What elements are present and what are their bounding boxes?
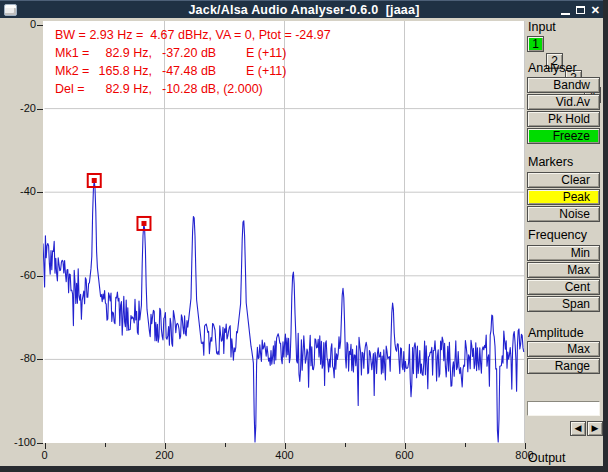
section-label-input: Input	[528, 20, 556, 34]
y-axis-tick	[37, 359, 43, 360]
x-axis-label: 0	[30, 449, 60, 461]
minimize-icon[interactable]	[561, 13, 570, 15]
window-bottom-border	[0, 466, 608, 472]
readout-label: Mk1 =	[55, 46, 89, 60]
window-title: Jack/Alsa Audio Analyser-0.6.0 [jaaa]	[0, 3, 608, 17]
y-axis-tick	[37, 276, 43, 277]
section-label-analyser: Analyser	[528, 61, 577, 75]
readout-level: -10.28 dB, (2.000)	[162, 82, 263, 96]
section-label-frequency: Frequency	[528, 228, 587, 242]
analyser-vid-av-button[interactable]: Vid.Av	[527, 94, 600, 110]
readout-level: -47.48 dB	[162, 64, 216, 78]
frequency-cent-button[interactable]: Cent	[527, 279, 600, 295]
x-axis-label: 600	[390, 449, 420, 461]
section-label-markers: Markers	[528, 155, 573, 169]
readout-freq: 82.9 Hz,	[93, 82, 152, 96]
input-1-button[interactable]: 1	[527, 36, 544, 52]
maximize-icon[interactable]	[576, 6, 585, 14]
x-axis-tick	[345, 443, 346, 447]
y-axis-label: -60	[6, 269, 36, 281]
readout-freq: 165.8 Hz,	[93, 64, 152, 78]
markers-clear-button[interactable]: Clear	[527, 172, 600, 188]
amplitude-range-button[interactable]: Range	[527, 358, 600, 374]
readout-tail: E (+11)	[246, 64, 286, 78]
scroll-left-button[interactable]: ◀	[570, 421, 586, 436]
spectrum-trace	[43, 181, 524, 443]
frequency-min-button[interactable]: Min	[527, 245, 600, 261]
y-axis-label: -80	[6, 352, 36, 364]
readout-freq: 82.9 Hz,	[93, 46, 152, 60]
frequency-max-button[interactable]: Max	[527, 262, 600, 278]
x-axis-tick	[465, 443, 466, 447]
y-axis-label: -40	[6, 185, 36, 197]
window-right-border	[603, 0, 608, 472]
markers-noise-button[interactable]: Noise	[527, 206, 600, 222]
y-axis-tick	[37, 109, 43, 110]
analyser-freeze-button[interactable]: Freeze	[527, 128, 600, 144]
frequency-span-button[interactable]: Span	[527, 296, 600, 312]
x-axis-label: 400	[270, 449, 300, 461]
readout-tail: E (+11)	[246, 46, 286, 60]
readout-label: Del =	[55, 82, 85, 96]
markers-peak-button[interactable]: Peak	[527, 189, 600, 205]
titlebar: Jack/Alsa Audio Analyser-0.6.0 [jaaa] ✕	[0, 0, 608, 18]
y-axis-tick	[37, 25, 43, 26]
amplitude-max-button[interactable]: Max	[527, 341, 600, 357]
window-controls: ✕	[561, 1, 600, 19]
readout-level: -37.20 dB	[162, 46, 216, 60]
readout-bw-line: BW = 2.93 Hz = 4.67 dBHz, VA = 0, Ptot =…	[55, 28, 331, 46]
readout-label: Mk2 =	[55, 64, 89, 78]
y-axis-label: -20	[6, 102, 36, 114]
x-axis-tick	[105, 443, 106, 447]
analyser-bandw-button[interactable]: Bandw	[527, 77, 600, 93]
close-icon[interactable]: ✕	[591, 1, 600, 19]
x-axis-label: 200	[150, 449, 180, 461]
output-label: Output	[528, 451, 566, 465]
y-axis-label: -100	[6, 436, 36, 448]
app-window: Jack/Alsa Audio Analyser-0.6.0 [jaaa] ✕ …	[0, 0, 608, 472]
y-axis-tick	[37, 443, 43, 444]
y-axis-label: 0	[6, 18, 36, 30]
y-axis-tick	[37, 192, 43, 193]
x-axis-tick	[225, 443, 226, 447]
output-value-field[interactable]	[527, 401, 600, 416]
analyser-pk-hold-button[interactable]: Pk Hold	[527, 111, 600, 127]
section-label-amplitude: Amplitude	[528, 326, 584, 340]
scroll-right-button[interactable]: ▶	[587, 421, 603, 436]
